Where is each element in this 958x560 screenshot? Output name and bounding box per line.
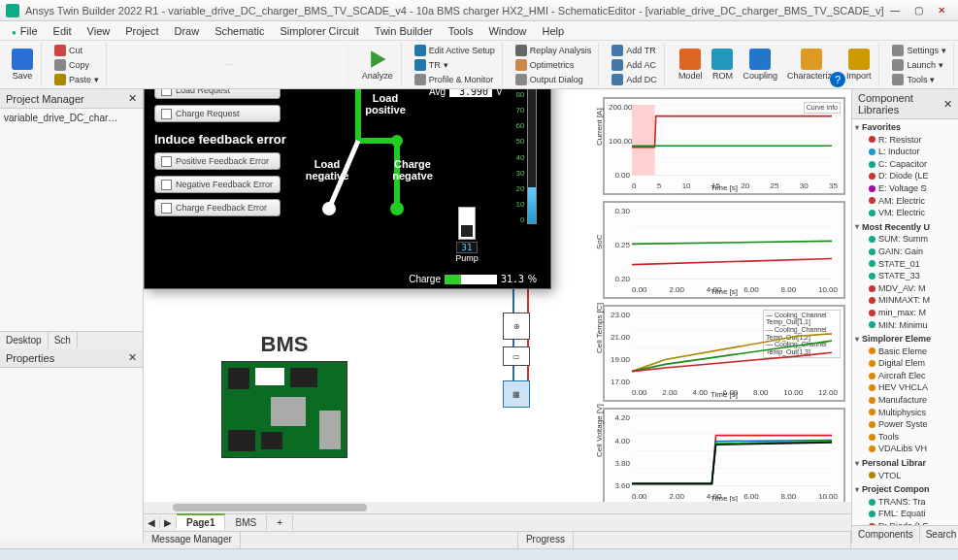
paste-button[interactable]: Paste▾ [51, 73, 102, 86]
tree-item[interactable]: L: Inductor [855, 146, 955, 158]
tree-item[interactable]: AM: Electric [855, 195, 955, 208]
output-dialog-button[interactable]: Output Dialog [512, 73, 595, 86]
pane-close-icon[interactable]: ✕ [128, 351, 137, 364]
tr-button[interactable]: TR▾ [412, 58, 498, 72]
add-ac-button[interactable]: Add AC [609, 58, 660, 72]
menu-simplorer-circuit[interactable]: Simplorer Circuit [272, 23, 366, 39]
positive-feedback-error-button[interactable]: Positive Feedback Error [154, 152, 281, 170]
menu-file[interactable]: File [4, 23, 46, 39]
load-request-button[interactable]: Load Request [154, 89, 281, 99]
tree-item[interactable]: VTOL [855, 470, 955, 482]
horizontal-scrollbar[interactable] [144, 502, 851, 513]
pane-close-icon[interactable]: ✕ [128, 92, 137, 105]
tree-group[interactable]: Project Compon [855, 483, 955, 496]
menu-schematic[interactable]: Schematic [207, 23, 272, 39]
menu-project[interactable]: Project [117, 23, 166, 39]
tree-item[interactable]: SUM: Summ [855, 233, 955, 246]
tree-item[interactable]: C: Capacitor [855, 158, 955, 171]
schematic-tab[interactable]: Page1 [177, 513, 225, 530]
maximize-button[interactable]: ▢ [908, 3, 929, 18]
menu-draw[interactable]: Draw [166, 23, 207, 39]
tree-item[interactable]: GAIN: Gain [855, 246, 955, 258]
pm-tab-sch[interactable]: Sch [49, 332, 78, 348]
bms-block[interactable]: BMS [212, 332, 357, 462]
negative-feedback-error-button[interactable]: Negative Feedback Error [154, 176, 281, 193]
mcu-hmi-window[interactable]: ◆ MCU —▢✕ Load / Charge Request Load Req… [144, 89, 551, 289]
pm-tab-desktop[interactable]: Desktop [0, 332, 49, 348]
pane-close-icon[interactable]: ✕ [943, 98, 952, 111]
settings-button[interactable]: Settings▾ [889, 44, 949, 57]
tree-item[interactable]: Power Syste [855, 418, 955, 431]
optimetrics-button[interactable]: Optimetrics [512, 58, 595, 72]
add-tr-button[interactable]: Add TR [609, 44, 660, 57]
component-tree[interactable]: FavoritesR: ResistorL: InductorC: Capaci… [852, 119, 958, 525]
tree-item[interactable]: D: Diode (LE [855, 170, 955, 182]
schematic-tab[interactable]: + [267, 515, 293, 530]
project-tree-item[interactable]: variable_drive_DC_char… [4, 113, 139, 123]
tree-item[interactable]: Digital Elem [855, 357, 955, 370]
message-manager-tab[interactable]: Message Manager [144, 532, 241, 548]
tree-item[interactable]: VM: Electric [855, 207, 955, 219]
tree-item[interactable]: R: Resistor [855, 134, 955, 147]
schematic-component[interactable]: ▭ [503, 346, 530, 366]
hmi-stats: Min3.939V Max4.018V Avg3.990V [397, 89, 504, 99]
model-button[interactable]: Model [675, 47, 707, 82]
tree-item[interactable]: VDALibs VH [855, 443, 955, 455]
tree-item[interactable]: MIN: Minimu [855, 319, 955, 332]
charge-feedback-error-button[interactable]: Charge Feedback Error [154, 199, 281, 216]
menu-window[interactable]: Window [480, 23, 534, 39]
tree-item[interactable]: Basic Eleme [855, 346, 955, 358]
tree-item[interactable]: Multiphysics [855, 407, 955, 419]
analyze-button[interactable]: Analyze [358, 47, 397, 82]
cut-button[interactable]: Cut [51, 44, 102, 57]
schematic-tab[interactable]: BMS [225, 515, 267, 530]
save-button[interactable]: Save [8, 47, 37, 82]
tree-item[interactable]: HEV VHCLA [855, 381, 955, 394]
tree-group[interactable]: Most Recently U [855, 221, 955, 234]
lib-tab-search[interactable]: Search [920, 526, 958, 543]
coupling-button[interactable]: Coupling [739, 47, 781, 82]
schematic-component[interactable]: ⊕ [503, 313, 530, 340]
tree-group[interactable]: Simplorer Eleme [855, 333, 955, 346]
chart-1[interactable]: SoCTime [s]0.300.250.200.002.004.006.008… [603, 201, 845, 299]
charge-request-button[interactable]: Charge Request [154, 105, 281, 122]
chart-2[interactable]: Cell Temps [C]Time [s]23.0021.0019.0017.… [603, 305, 845, 403]
tree-item[interactable]: STATE_33 [855, 270, 955, 282]
app-icon [6, 4, 19, 17]
tree-item[interactable]: min_max: M [855, 307, 955, 319]
tree-item[interactable]: Manufacture [855, 394, 955, 407]
add-dc-button[interactable]: Add DC [609, 73, 660, 86]
profile-monitor-button[interactable]: Profile & Monitor [412, 73, 498, 86]
replay-analysis-button[interactable]: Replay Analysis [512, 44, 595, 57]
tree-item[interactable]: E: Voltage S [855, 182, 955, 195]
edit-active-setup-button[interactable]: Edit Active Setup [412, 44, 498, 57]
close-button[interactable]: ✕ [931, 3, 952, 18]
menu-tools[interactable]: Tools [441, 23, 481, 39]
menu-edit[interactable]: Edit [46, 23, 80, 39]
tree-item[interactable]: Tools [855, 431, 955, 444]
tree-group[interactable]: Personal Librar [855, 457, 955, 470]
tree-item[interactable]: Aircraft Elec [855, 370, 955, 382]
launch-button[interactable]: Launch▾ [889, 58, 949, 72]
menu-twin-builder[interactable]: Twin Builder [367, 23, 441, 39]
minimize-button[interactable]: — [884, 3, 906, 18]
schematic-component[interactable]: ▦ [503, 380, 530, 408]
chart-3[interactable]: Cell Voltage [V]Time [s]4.204.003.803.60… [603, 408, 845, 506]
tree-item[interactable]: STATE_01 [855, 258, 955, 271]
tools-button[interactable]: Tools▾ [889, 73, 949, 86]
menu-help[interactable]: Help [535, 23, 573, 39]
tree-group[interactable]: Favorites [855, 121, 955, 134]
tree-item[interactable]: TRANS: Tra [855, 496, 955, 509]
schematic-canvas[interactable]: ◆ MCU —▢✕ Load / Charge Request Load Req… [144, 89, 851, 531]
tree-item[interactable]: MINMAXT: M [855, 294, 955, 307]
lib-tab-components[interactable]: Components [852, 526, 920, 543]
menu-view[interactable]: View [80, 23, 118, 39]
progress-tab[interactable]: Progress [518, 532, 574, 548]
chart-0[interactable]: Current [A]Time [s]200.00100.000.0005101… [603, 97, 845, 195]
tree-item[interactable]: FML: Equati [855, 508, 955, 520]
tree-item[interactable]: MDV_AV: M [855, 282, 955, 295]
rom-button[interactable]: ROM [708, 47, 737, 82]
help-icon[interactable]: ? [830, 72, 845, 87]
copy-button[interactable]: Copy [51, 58, 102, 72]
import-button[interactable]: Import [842, 47, 875, 82]
